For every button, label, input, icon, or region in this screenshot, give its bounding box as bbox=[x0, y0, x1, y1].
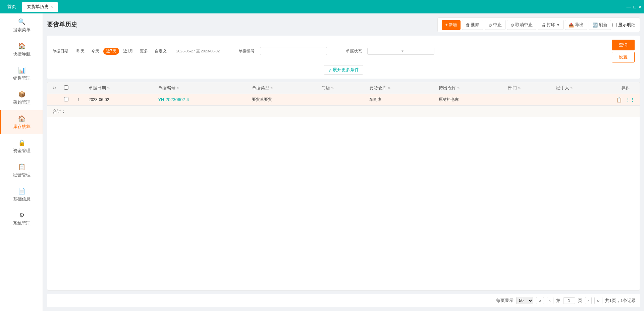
print-button[interactable]: 🖨 打印 ▼ bbox=[538, 20, 564, 30]
sidebar-label-system: 系统管理 bbox=[13, 220, 31, 226]
delete-button[interactable]: 🗑 删除 bbox=[462, 20, 483, 30]
sort-pending-warehouse-icon: ⇅ bbox=[457, 86, 460, 90]
print-label: 打印 bbox=[547, 22, 555, 28]
date-range-display: 2023-05-27 至 2023-06-02 bbox=[176, 49, 220, 54]
main-layout: 🔍 搜索菜单 🏠 快捷导航 📊 销售管理 📦 采购管理 🏠 库存核算 🔒 资金管… bbox=[0, 13, 644, 311]
th-department[interactable]: 部门 ⇅ bbox=[505, 82, 552, 94]
setting-button[interactable]: 设置 bbox=[612, 52, 635, 62]
select-all-checkbox[interactable] bbox=[64, 85, 68, 90]
data-table: ⚙ 单据日期 ⇅ 单据编号 bbox=[47, 82, 640, 105]
bill-status-select[interactable]: ▼ bbox=[367, 48, 434, 55]
date-options: 昨天 今天 近7天 近1月 更多 自定义 bbox=[74, 48, 169, 55]
th-bill-type[interactable]: 单据类型 ⇅ bbox=[249, 82, 318, 94]
cancel-stop-icon: ⊘ bbox=[511, 23, 514, 28]
pagination-bar: 每页显示 10 20 50 100 ‹‹ ‹ 第 页 › ›› 共1页，1条记录 bbox=[47, 294, 640, 307]
tab-close-icon[interactable]: × bbox=[51, 4, 53, 9]
purchase-icon: 📦 bbox=[18, 91, 25, 98]
sort-handler[interactable]: 经手人 ⇅ bbox=[556, 85, 573, 91]
th-action: 操作 bbox=[611, 82, 640, 94]
sort-department[interactable]: 部门 ⇅ bbox=[508, 85, 521, 91]
th-bill-date-label: 单据日期 bbox=[89, 85, 106, 91]
new-button[interactable]: + 新增 bbox=[442, 20, 461, 30]
row-edit-button[interactable]: 📋 bbox=[615, 96, 623, 103]
sort-department-icon: ⇅ bbox=[518, 86, 521, 90]
th-pending-warehouse[interactable]: 待出仓库 ⇅ bbox=[435, 82, 505, 94]
sidebar-item-sales[interactable]: 📊 销售管理 bbox=[0, 62, 43, 86]
delete-label: 删除 bbox=[471, 22, 480, 28]
sort-store[interactable]: 门店 ⇅ bbox=[321, 85, 334, 91]
window-maximize-icon[interactable]: □ bbox=[634, 4, 636, 9]
delete-icon: 🗑 bbox=[466, 23, 470, 28]
th-req-warehouse[interactable]: 要货仓库 ⇅ bbox=[366, 82, 435, 94]
sort-bill-type[interactable]: 单据类型 ⇅ bbox=[252, 85, 273, 91]
sidebar-label-inventory: 库存核算 bbox=[13, 124, 31, 130]
stop-label: 中止 bbox=[493, 22, 502, 28]
tab-active[interactable]: 要货单历史 × bbox=[22, 2, 58, 12]
sort-store-icon: ⇅ bbox=[331, 86, 334, 90]
next-page-button[interactable]: › bbox=[585, 297, 592, 304]
last-page-button[interactable]: ›› bbox=[594, 297, 602, 304]
tab-home[interactable]: 首页 bbox=[3, 2, 21, 12]
page-suffix: 页 bbox=[578, 298, 582, 304]
first-page-button[interactable]: ‹‹ bbox=[536, 297, 544, 304]
refresh-icon: 🔄 bbox=[592, 23, 598, 28]
base-info-icon: 📄 bbox=[18, 187, 25, 195]
td-action: 📋 ⋮⋮ bbox=[611, 94, 640, 105]
sort-req-warehouse[interactable]: 要货仓库 ⇅ bbox=[369, 85, 390, 91]
date-opt-more[interactable]: 更多 bbox=[137, 48, 151, 55]
quick-nav-icon: 🏠 bbox=[18, 42, 25, 50]
row-more-button[interactable]: ⋮⋮ bbox=[624, 96, 636, 103]
td-handler bbox=[553, 94, 611, 105]
per-page-select[interactable]: 10 20 50 100 bbox=[516, 297, 533, 304]
expand-icon: ∨ bbox=[328, 68, 331, 73]
date-opt-custom[interactable]: 自定义 bbox=[152, 48, 169, 55]
table-header: ⚙ 单据日期 ⇅ 单据编号 bbox=[47, 82, 640, 94]
export-button[interactable]: 📤 导出 bbox=[565, 20, 587, 30]
td-row-settings bbox=[47, 94, 61, 105]
page-number-input[interactable] bbox=[563, 297, 575, 304]
filter-panel: 单据日期 昨天 今天 近7天 近1月 更多 自定义 2023-05-27 至 2… bbox=[47, 36, 640, 79]
th-handler[interactable]: 经手人 ⇅ bbox=[553, 82, 611, 94]
row-checkbox[interactable] bbox=[64, 97, 68, 101]
date-opt-1month[interactable]: 近1月 bbox=[120, 48, 136, 55]
th-store[interactable]: 门店 ⇅ bbox=[318, 82, 366, 94]
window-close-icon[interactable]: × bbox=[639, 4, 641, 9]
sidebar-item-search-menu[interactable]: 🔍 搜索菜单 bbox=[0, 13, 43, 38]
date-opt-7days[interactable]: 近7天 bbox=[103, 48, 119, 55]
date-opt-yesterday[interactable]: 昨天 bbox=[74, 48, 87, 55]
th-bill-date[interactable]: 单据日期 ⇅ bbox=[85, 82, 155, 94]
sidebar-item-inventory[interactable]: 🏠 库存核算 bbox=[0, 110, 43, 134]
query-button[interactable]: 查询 bbox=[612, 40, 635, 50]
prev-page-button[interactable]: ‹ bbox=[547, 297, 553, 304]
sidebar-item-quick-nav[interactable]: 🏠 快捷导航 bbox=[0, 38, 43, 62]
window-minimize-icon[interactable]: — bbox=[627, 4, 631, 9]
cancel-stop-label: 取消中止 bbox=[515, 22, 533, 28]
active-tab-label: 要货单历史 bbox=[27, 4, 49, 10]
sidebar-item-purchase[interactable]: 📦 采购管理 bbox=[0, 86, 43, 110]
sort-bill-type-icon: ⇅ bbox=[270, 86, 273, 90]
expand-button[interactable]: ∨ 展开更多条件 bbox=[324, 65, 363, 75]
sort-bill-date-icon: ⇅ bbox=[107, 86, 110, 90]
sort-bill-no[interactable]: 单据编号 ⇅ bbox=[158, 85, 179, 91]
display-detail-toggle[interactable]: 显示明细 bbox=[612, 22, 636, 28]
stop-button[interactable]: ⊘ 中止 bbox=[485, 20, 505, 30]
bill-no-input[interactable] bbox=[260, 47, 327, 55]
print-dropdown-icon: ▼ bbox=[556, 23, 560, 27]
sort-bill-date[interactable]: 单据日期 ⇅ bbox=[89, 85, 110, 91]
display-detail-checkbox[interactable] bbox=[612, 23, 617, 27]
th-bill-no[interactable]: 单据编号 ⇅ bbox=[155, 82, 248, 94]
date-opt-today[interactable]: 今天 bbox=[89, 48, 102, 55]
bill-no-link[interactable]: YH-20230602-4 bbox=[158, 97, 189, 102]
cancel-stop-button[interactable]: ⊘ 取消中止 bbox=[507, 20, 536, 30]
sidebar-item-system[interactable]: ⚙ 系统管理 bbox=[0, 207, 43, 231]
sidebar-item-operation[interactable]: 📋 经营管理 bbox=[0, 159, 43, 183]
refresh-button[interactable]: 🔄 刷新 bbox=[589, 20, 611, 30]
total-label: 合计： bbox=[53, 108, 66, 115]
sort-pending-warehouse[interactable]: 待出仓库 ⇅ bbox=[439, 85, 460, 91]
sidebar-item-finance[interactable]: 🔒 资金管理 bbox=[0, 134, 43, 159]
filter-row-1: 单据日期 昨天 今天 近7天 近1月 更多 自定义 2023-05-27 至 2… bbox=[52, 40, 635, 62]
top-bar-right: — □ × bbox=[627, 4, 641, 9]
refresh-label: 刷新 bbox=[599, 22, 607, 28]
th-settings[interactable]: ⚙ bbox=[47, 82, 61, 94]
sidebar-item-base-info[interactable]: 📄 基础信息 bbox=[0, 183, 43, 207]
